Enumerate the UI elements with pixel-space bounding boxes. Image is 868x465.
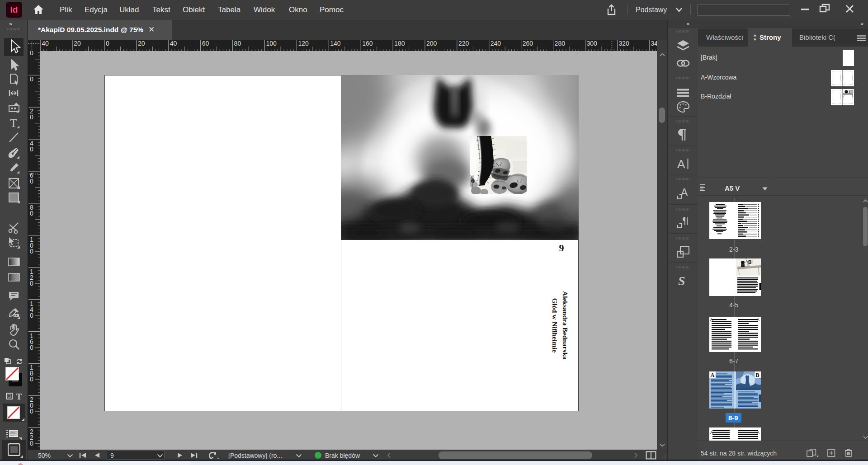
svg-text:0: 0 [30, 210, 33, 217]
svg-text:260: 260 [523, 40, 533, 47]
svg-text:80: 80 [234, 40, 241, 47]
svg-text:20: 20 [74, 40, 81, 47]
svg-text:0: 0 [30, 75, 33, 83]
svg-text:120: 120 [298, 40, 309, 47]
svg-text:300: 300 [587, 40, 598, 47]
svg-text:S: S [678, 274, 685, 287]
svg-text:A: A [677, 158, 685, 170]
svg-text:0: 0 [30, 344, 33, 351]
svg-text:240: 240 [491, 40, 501, 47]
svg-text:0: 0 [30, 440, 33, 447]
svg-text:40: 40 [42, 40, 49, 47]
svg-text:60: 60 [202, 40, 209, 47]
svg-text:0: 0 [30, 280, 33, 287]
svg-text:T: T [16, 392, 22, 401]
svg-text:340: 340 [651, 40, 657, 47]
svg-text:20: 20 [138, 40, 145, 47]
svg-text:160: 160 [362, 40, 373, 47]
svg-text:0: 0 [30, 51, 33, 56]
svg-text:200: 200 [426, 40, 437, 47]
svg-text:0: 0 [30, 248, 33, 255]
svg-text:0: 0 [30, 146, 33, 153]
svg-text:0: 0 [30, 178, 33, 185]
svg-text:220: 220 [458, 40, 469, 47]
svg-text:A: A [757, 430, 760, 435]
svg-text:320: 320 [618, 40, 629, 47]
svg-text:0: 0 [30, 408, 33, 415]
svg-text:0: 0 [30, 312, 33, 319]
svg-text:0: 0 [30, 376, 33, 383]
svg-text:0: 0 [30, 113, 33, 121]
svg-text:280: 280 [555, 40, 566, 47]
svg-text:180: 180 [394, 40, 405, 47]
svg-text:0: 0 [106, 40, 109, 47]
svg-text:40: 40 [170, 40, 177, 47]
svg-text:140: 140 [330, 40, 341, 47]
svg-text:A: A [710, 430, 713, 435]
svg-text:100: 100 [266, 40, 277, 47]
svg-text:T: T [10, 117, 17, 130]
